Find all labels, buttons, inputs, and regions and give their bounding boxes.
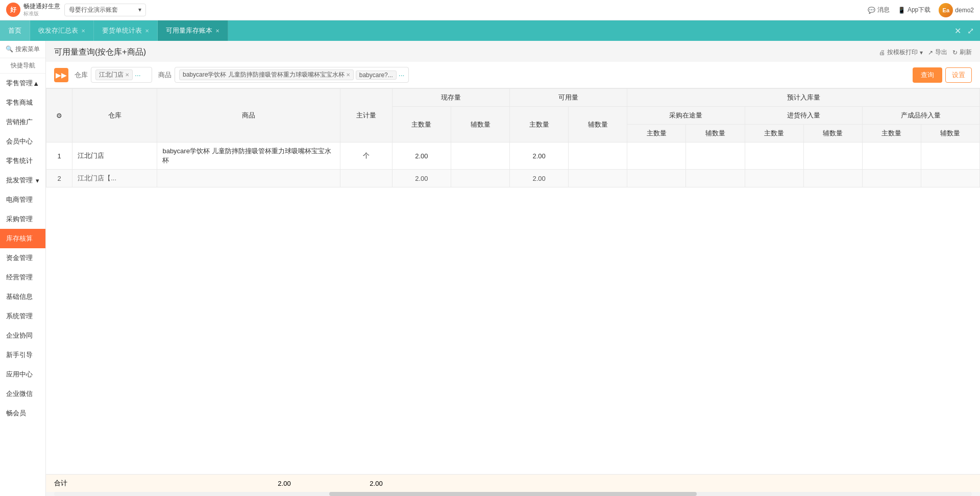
close-icon[interactable]: ✕ [215, 28, 219, 34]
product-tag1: babycare学饮杯 儿童防摔防撞吸管杯重力球吸嘴杯宝宝水杯 ✕ [179, 69, 354, 80]
filter-area: ▶▶ 仓库 江北门店 ✕ ··· 商品 babycare学饮杯 儿童防摔防撞吸管… [46, 62, 980, 88]
th-available-group: 可用量 [510, 89, 627, 107]
sidebar-item-member2[interactable]: 畅会员 [0, 404, 45, 423]
filter-toggle-button[interactable]: ▶▶ [54, 68, 68, 82]
th-product: 商品 [157, 89, 340, 143]
sidebar-item-basic-label: 基础信息 [6, 292, 33, 301]
refresh-button[interactable]: ↻ 刷新 [952, 48, 972, 57]
row1-stock-aux [451, 143, 509, 170]
row1-available-aux [569, 143, 627, 170]
warehouse-more-icon[interactable]: ··· [135, 71, 141, 79]
remove-warehouse-tag[interactable]: ✕ [125, 72, 129, 78]
top-bar-left: 好 畅捷通好生意 标准版 母婴行业演示账套 ▾ [6, 3, 146, 17]
row2-stock-main: 2.00 [392, 170, 451, 187]
sidebar-item-purchase-label: 采购管理 [6, 215, 33, 224]
sidebar-item-basic[interactable]: 基础信息 [0, 287, 45, 306]
tab-actions: ✕ ⤢ [952, 20, 980, 41]
row1-inbound-main [745, 143, 803, 170]
sidebar-item-retail[interactable]: 零售管理 ▲ [0, 74, 45, 93]
sidebar-item-member2-label: 畅会员 [6, 409, 26, 418]
sidebar-item-newbie-label: 新手引导 [6, 350, 33, 360]
setting-button[interactable]: 设置 [945, 67, 972, 83]
sidebar-item-operation[interactable]: 经营管理 [0, 268, 45, 287]
tab-in-out-summary[interactable]: 收发存汇总表 ✕ [30, 20, 94, 41]
tab-home[interactable]: 首页 [0, 20, 30, 41]
app-icon: 📱 [898, 7, 905, 14]
refresh-icon: ↻ [952, 49, 958, 56]
sidebar-item-newbie[interactable]: 新手引导 [0, 345, 45, 365]
sidebar-item-retail-mall[interactable]: 零售商城 [0, 93, 45, 112]
row2-products-aux [921, 170, 979, 187]
app-download-action[interactable]: 📱 App下载 [898, 6, 930, 14]
tab-order-stats-label: 要货单统计表 [102, 26, 142, 35]
remove-product-tag1[interactable]: ✕ [346, 72, 350, 78]
product-tag2: babycare?... [356, 70, 397, 80]
total-stock-main: 2.00 [261, 480, 307, 487]
sidebar-item-member[interactable]: 会员中心 [0, 132, 45, 151]
row2-purchase-main [627, 170, 686, 187]
sidebar-item-app-center-label: 应用中心 [6, 370, 33, 379]
warehouse-label: 仓库 [75, 70, 88, 80]
sidebar-item-ecommerce[interactable]: 电商管理 [0, 190, 45, 209]
warehouse-filter: 仓库 江北门店 ✕ ··· [75, 67, 152, 83]
tab-available-stock[interactable]: 可用量库存账本 ✕ [158, 20, 228, 41]
th-purchase-transit-group: 采购在途量 [627, 107, 745, 125]
sidebar-item-inventory[interactable]: 库存核算 [0, 229, 45, 248]
close-icon[interactable]: ✕ [145, 28, 149, 34]
expand-icon[interactable]: ⤢ [965, 24, 976, 38]
tab-in-out-summary-label: 收发存汇总表 [38, 26, 78, 35]
sidebar-item-batch[interactable]: 批发管理 ▾ [0, 171, 45, 190]
th-products-aux: 辅数量 [921, 125, 979, 143]
sidebar-item-finance[interactable]: 资金管理 [0, 248, 45, 268]
logo-text: 畅捷通好生意 [23, 3, 60, 10]
row1-stock-main: 2.00 [392, 143, 451, 170]
row2-available-main: 2.00 [510, 170, 569, 187]
row1-purchase-main [627, 143, 686, 170]
row1-products-main [862, 143, 921, 170]
horizontal-scrollbar[interactable] [54, 492, 972, 496]
sidebar-item-purchase[interactable]: 采购管理 [0, 209, 45, 229]
th-stock-aux: 辅数量 [451, 107, 509, 143]
th-purchase-main: 主数量 [627, 125, 686, 143]
th-products-pending-group: 产成品待入量 [862, 107, 979, 125]
page-actions: 🖨 按模板打印 ▾ ↗ 导出 ↻ 刷新 [879, 48, 972, 57]
total-label: 合计 [54, 479, 67, 488]
sidebar-item-retail-stats[interactable]: 零售统计 [0, 151, 45, 171]
template-select[interactable]: 母婴行业演示账套 ▾ [64, 4, 146, 16]
th-settings[interactable]: ⚙ [46, 89, 72, 143]
warehouse-input[interactable]: 江北门店 ✕ ··· [91, 67, 152, 83]
sidebar-item-marketing[interactable]: 营销推广 [0, 112, 45, 132]
sidebar-item-enterprise-wx[interactable]: 企业微信 [0, 384, 45, 404]
product-more-icon[interactable]: ··· [399, 71, 405, 79]
user-area[interactable]: Ea demo2 [939, 3, 974, 17]
table-container[interactable]: ⚙ 仓库 商品 主计量 现存量 可用量 预计入库量 主数量 辅数量 主数量 辅数… [46, 88, 980, 474]
logo-text-area: 畅捷通好生意 标准版 [23, 3, 60, 17]
sidebar-item-finance-label: 资金管理 [6, 253, 33, 263]
sidebar-search[interactable]: 🔍 搜索菜单 [0, 41, 45, 58]
close-tab-icon[interactable]: ✕ [952, 24, 963, 38]
print-button[interactable]: 🖨 按模板打印 ▾ [879, 48, 923, 57]
message-action[interactable]: 💬 消息 [868, 6, 890, 14]
sidebar-quick-nav[interactable]: 快捷导航 [0, 58, 45, 74]
export-button[interactable]: ↗ 导出 [928, 48, 947, 57]
logo-icon: 好 [6, 3, 20, 17]
top-bar-right: 💬 消息 📱 App下载 Ea demo2 [868, 3, 974, 17]
sidebar-search-label: 搜索菜单 [15, 45, 40, 53]
row1-warehouse: 江北门店 [72, 143, 157, 170]
row2-product [157, 170, 340, 187]
query-button[interactable]: 查询 [913, 67, 942, 83]
product-label: 商品 [158, 70, 172, 80]
sidebar-item-system[interactable]: 系统管理 [0, 306, 45, 326]
sidebar-item-enterprise[interactable]: 企业协同 [0, 326, 45, 345]
close-icon[interactable]: ✕ [81, 28, 85, 34]
tab-order-stats[interactable]: 要货单统计表 ✕ [94, 20, 158, 41]
scrollbar-thumb[interactable] [329, 492, 696, 496]
avatar: Ea [939, 3, 953, 17]
sidebar-item-retail-label: 零售管理 [6, 79, 33, 88]
row2-inbound-aux [803, 170, 862, 187]
row2-purchase-aux [686, 170, 745, 187]
main-layout: 🔍 搜索菜单 快捷导航 零售管理 ▲ 零售商城 营销推广 会员中心 零售统计 批… [0, 41, 980, 496]
sidebar-item-app-center[interactable]: 应用中心 [0, 365, 45, 384]
sidebar-item-marketing-label: 营销推广 [6, 117, 33, 127]
product-input[interactable]: babycare学饮杯 儿童防摔防撞吸管杯重力球吸嘴杯宝宝水杯 ✕ babyca… [175, 67, 409, 83]
